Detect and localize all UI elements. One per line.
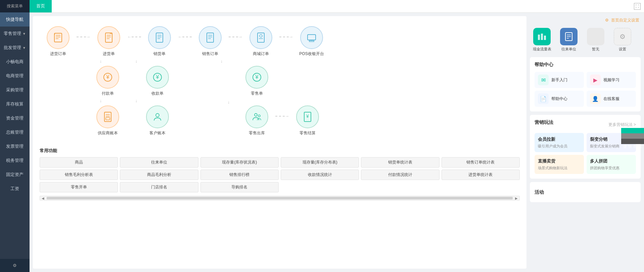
float-btn-customer-service[interactable]: 客服热线 xyxy=(621,128,644,133)
help-item-video[interactable]: ▶ 视频学习 xyxy=(587,72,636,88)
sidebar-item-wholesale[interactable]: 批发管理 ▼ xyxy=(0,41,30,55)
retail-label: 零售管理 xyxy=(4,31,21,37)
help-center-title: 帮助中心 xyxy=(535,62,636,68)
search-label: 搜索菜单 xyxy=(7,4,23,8)
node-retail-settle[interactable]: ¥ 零售结算 xyxy=(289,105,326,136)
func-btn-r2-1[interactable]: 商品毛利分析 xyxy=(120,170,198,180)
quicknav-label: 快捷导航 xyxy=(6,16,24,22)
tab-home[interactable]: 首页 xyxy=(30,0,52,12)
node-circle-supplier-account xyxy=(96,105,119,128)
func-btn-1[interactable]: 往来单位 xyxy=(120,157,198,168)
quick-icon-cashflow[interactable]: 现金流量表 xyxy=(530,28,554,52)
down-arrows-row1: ↓ ↓ ↓ xyxy=(40,58,520,66)
func-btn-0[interactable]: 商品 xyxy=(40,157,118,168)
down-sales-bill: ↓ xyxy=(125,58,148,66)
func-btn-r3-1[interactable]: 门店排名 xyxy=(120,182,198,192)
node-label-retail-order: 零售单 xyxy=(251,91,263,96)
sidebar-item-purchase[interactable]: 采购管理 xyxy=(0,83,30,97)
marketing-item-live[interactable]: 直播卖货 场景式购物新玩法 xyxy=(535,155,584,174)
svg-rect-19 xyxy=(308,35,316,40)
sidebar-search[interactable]: 搜索菜单 xyxy=(0,0,30,12)
scroll-right-button[interactable]: ▶ xyxy=(513,196,519,200)
func-grid-row2: 销售毛利分析表 商品毛利分析 销售排行榜 收款情况统计 付款情况统计 进货单统计… xyxy=(40,170,520,180)
quick-icon-settings[interactable]: ⚙ 设置 xyxy=(610,28,635,52)
node-sales-order[interactable]: 销售订单 xyxy=(192,26,229,57)
func-btn-r2-0[interactable]: 销售毛利分析表 xyxy=(40,170,118,180)
sidebar-item-ecommerce-small[interactable]: 小畅电商 xyxy=(0,55,30,69)
help-label-service: 在线客服 xyxy=(603,96,619,102)
node-label-retail-settle: 零售结算 xyxy=(300,130,316,136)
node-purchase-order[interactable]: 进货订单 xyxy=(40,26,77,57)
workflow-row3: 供应商账本 客户账本 零售出库 xyxy=(40,105,520,136)
node-purchase-bill[interactable]: 进货单 xyxy=(90,26,127,57)
help-label-video: 视频学习 xyxy=(603,77,619,83)
sidebar-item-general-ledger[interactable]: 总账管理 xyxy=(0,125,30,139)
node-label-purchase-order: 进货订单 xyxy=(50,51,66,57)
sidebar-item-quicknav[interactable]: 快捷导航 xyxy=(0,12,30,27)
sidebar-item-finance[interactable]: 资金管理 xyxy=(0,111,30,125)
marketing-item-member[interactable]: 会员拉新 吸引用户成为会员 xyxy=(535,133,584,152)
func-btn-2[interactable]: 现存量(库存状况表) xyxy=(200,157,279,168)
func-btn-r3-0[interactable]: 零售开单 xyxy=(40,182,118,192)
node-receipt[interactable]: ¥ 收款单 xyxy=(139,66,176,96)
node-label-payment: 付款单 xyxy=(102,91,114,96)
marketing-more-link[interactable]: 更多营销玩法 > xyxy=(608,122,636,128)
node-mall-order[interactable]: 商城订单 xyxy=(242,26,279,57)
node-supplier-account[interactable]: 供应商账本 xyxy=(89,105,126,136)
topbar-right: ⛶ xyxy=(634,0,644,12)
help-icon-help: 📄 xyxy=(538,93,549,104)
help-item-help[interactable]: 📄 帮助中心 xyxy=(535,91,584,107)
func-btn-r2-4[interactable]: 付款情况统计 xyxy=(361,170,439,180)
sidebar-item-invoice[interactable]: 发票管理 xyxy=(0,139,30,153)
help-item-service[interactable]: 👤 在线客服 xyxy=(587,91,636,107)
node-retail-out[interactable]: 零售出库 xyxy=(238,105,275,136)
tab-home-label: 首页 xyxy=(36,3,45,9)
func-btn-r2-2[interactable]: 销售排行榜 xyxy=(200,170,279,180)
scroll-bar[interactable]: ◀ ▶ xyxy=(40,196,520,200)
node-payment[interactable]: ¥ 付款单 xyxy=(89,66,126,96)
node-label-supplier-account: 供应商账本 xyxy=(98,130,118,136)
settings-icon: ⚙ xyxy=(13,263,17,268)
sidebar-item-salary[interactable]: 工资 xyxy=(0,182,30,196)
sidebar-item-retail[interactable]: 零售管理 ▼ xyxy=(0,27,30,41)
quick-icon-cashflow-box xyxy=(533,28,551,45)
node-pos[interactable]: POS收银开台 xyxy=(293,26,330,57)
node-retail-order[interactable]: ¥ 零售单 xyxy=(238,66,275,96)
node-circle-retail-order: ¥ xyxy=(245,66,268,89)
node-customer-account[interactable]: 客户账本 xyxy=(139,105,176,136)
marketing-item-group[interactable]: 多人拼团 拼团购物享受优惠 xyxy=(587,155,636,174)
svg-text:¥: ¥ xyxy=(156,74,159,80)
sidebar-item-ecommerce[interactable]: 电商管理 xyxy=(0,69,30,83)
customize-settings-bar[interactable]: ⚙ 首页自定义设置 xyxy=(530,16,641,25)
func-btn-r2-5[interactable]: 进货单统计表 xyxy=(442,170,520,180)
float-btn-community[interactable]: 服务社区 xyxy=(621,133,644,139)
quick-icon-settings-label: 设置 xyxy=(619,47,626,52)
node-circle-retail-settle: ¥ xyxy=(296,105,319,128)
func-btn-4[interactable]: 销货单统计表 xyxy=(361,157,439,168)
func-btn-r2-3[interactable]: 收款情况统计 xyxy=(281,170,359,180)
scroll-left-button[interactable]: ◀ xyxy=(40,196,46,200)
help-item-beginner[interactable]: ✉ 新手入门 xyxy=(535,72,584,88)
func-btn-3[interactable]: 现存量(库存分布表) xyxy=(281,157,359,168)
quick-icons-container: 现金流量表 往来单位 暂无 ⚙ 设置 xyxy=(530,28,641,52)
sidebar-item-tax[interactable]: 税务管理 xyxy=(0,153,30,168)
scroll-thumb[interactable] xyxy=(47,197,513,199)
fullscreen-button[interactable]: ⛶ xyxy=(634,3,641,10)
sidebar-item-fixed-assets[interactable]: 固定资产 xyxy=(0,168,30,182)
quick-icon-none[interactable]: 暂无 xyxy=(584,28,608,52)
sidebar-item-inventory[interactable]: 库存核算 xyxy=(0,97,30,111)
svg-rect-38 xyxy=(541,34,543,40)
node-circle-mall-order xyxy=(249,26,272,49)
float-btn-desktop[interactable]: 桌面快捷 xyxy=(621,139,644,144)
general-ledger-label: 总账管理 xyxy=(6,129,24,135)
help-label-beginner: 新手入门 xyxy=(551,77,567,83)
quick-icon-contacts-label: 往来单位 xyxy=(561,47,576,52)
fullscreen-icon: ⛶ xyxy=(636,4,639,8)
sidebar-settings[interactable]: ⚙ xyxy=(0,259,30,272)
func-btn-5[interactable]: 销售订单统计表 xyxy=(442,157,520,168)
left-panel: 进货订单 → 进货单 → xyxy=(33,16,526,269)
quick-icon-contacts[interactable]: 往来单位 xyxy=(557,28,581,52)
node-sales-bill[interactable]: 销货单 xyxy=(141,26,178,57)
help-icon-beginner: ✉ xyxy=(538,75,549,85)
func-btn-r3-2[interactable]: 导购排名 xyxy=(200,182,279,192)
